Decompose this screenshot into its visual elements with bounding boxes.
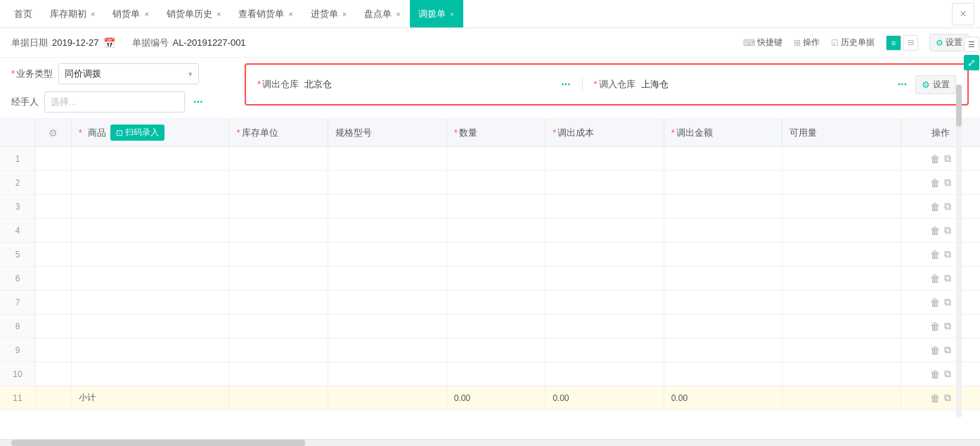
row-spec-cell[interactable] (328, 243, 447, 267)
row-unit-cell[interactable] (229, 171, 328, 195)
tab-sales-history[interactable]: 销货单历史 × (158, 0, 230, 27)
biz-type-dropdown[interactable]: 同价调拨 ▾ (58, 63, 199, 84)
tab-home[interactable]: 首页 (6, 0, 41, 27)
row-cost-cell[interactable] (546, 147, 664, 171)
row-product-cell[interactable] (71, 219, 229, 243)
row-cost-cell[interactable] (546, 314, 664, 338)
row-delete-icon[interactable]: 🗑 (930, 177, 940, 189)
row-copy-icon[interactable]: ⧉ (944, 296, 951, 308)
row-delete-icon[interactable]: 🗑 (930, 249, 940, 260)
tab-sales-order[interactable]: 销货单 × (104, 0, 157, 27)
row-unit-cell[interactable] (229, 147, 328, 171)
row-delete-icon[interactable]: 🗑 (930, 369, 940, 380)
row-cost-cell[interactable] (546, 362, 664, 386)
tab-inventory-count[interactable]: 盘点单 × (356, 0, 409, 27)
row-qty-cell[interactable] (446, 171, 546, 195)
row-amount-cell[interactable] (664, 147, 782, 171)
row-amount-cell[interactable] (664, 314, 782, 338)
row-copy-icon[interactable]: ⧉ (944, 177, 951, 189)
row-spec-cell[interactable] (328, 338, 447, 362)
row-unit-cell[interactable] (229, 267, 328, 291)
row-spec-cell[interactable] (328, 171, 447, 195)
row-amount-cell[interactable] (664, 219, 782, 243)
row-copy-icon[interactable]: ⧉ (944, 272, 951, 284)
row-copy-icon[interactable]: ⧉ (944, 344, 951, 356)
row-unit-cell[interactable] (229, 291, 328, 314)
row-spec-cell[interactable] (328, 195, 447, 219)
row-amount-cell[interactable] (664, 338, 782, 362)
calendar-icon[interactable]: 📅 (103, 37, 115, 49)
row-product-cell[interactable] (71, 195, 229, 219)
subtotal-copy-icon[interactable]: ⧉ (944, 392, 951, 404)
row-cost-cell[interactable] (546, 291, 664, 314)
row-unit-cell[interactable] (229, 243, 328, 267)
row-amount-cell[interactable] (664, 195, 782, 219)
vertical-scrollbar[interactable] (956, 84, 962, 418)
bottom-scrollbar[interactable] (0, 439, 980, 446)
row-product-cell[interactable] (71, 147, 229, 171)
handler-ellipsis-icon[interactable]: ··· (193, 96, 202, 108)
row-delete-icon[interactable]: 🗑 (930, 297, 940, 308)
transfer-in-ellipsis-icon[interactable]: ··· (898, 78, 907, 91)
tab-close-inventory-count[interactable]: × (396, 10, 400, 18)
row-product-cell[interactable] (71, 267, 229, 291)
row-unit-cell[interactable] (229, 362, 328, 386)
row-amount-cell[interactable] (664, 362, 782, 386)
th-gear[interactable]: ⚙ (36, 119, 72, 147)
scan-button[interactable]: ⊡ 扫码录入 (110, 125, 165, 141)
operate-button[interactable]: ⊞ 操作 (794, 37, 820, 49)
row-amount-cell[interactable] (664, 291, 782, 314)
handler-select[interactable]: 选择... (44, 91, 185, 113)
row-delete-icon[interactable]: 🗑 (930, 345, 940, 356)
row-product-cell[interactable] (71, 314, 229, 338)
row-delete-icon[interactable]: 🗑 (930, 273, 940, 284)
row-unit-cell[interactable] (229, 195, 328, 219)
row-unit-cell[interactable] (229, 219, 328, 243)
row-cost-cell[interactable] (546, 195, 664, 219)
row-spec-cell[interactable] (328, 314, 447, 338)
row-copy-icon[interactable]: ⧉ (944, 224, 951, 236)
row-spec-cell[interactable] (328, 362, 447, 386)
row-qty-cell[interactable] (446, 219, 546, 243)
row-spec-cell[interactable] (328, 267, 447, 291)
row-qty-cell[interactable] (446, 147, 546, 171)
tab-inventory-init[interactable]: 库存期初 × (41, 0, 104, 27)
row-unit-cell[interactable] (229, 338, 328, 362)
tab-close-sales-order[interactable]: × (144, 10, 148, 18)
row-product-cell[interactable] (71, 291, 229, 314)
row-copy-icon[interactable]: ⧉ (944, 153, 951, 165)
row-qty-cell[interactable] (446, 314, 546, 338)
window-close-button[interactable]: × (952, 3, 974, 25)
row-cost-cell[interactable] (546, 171, 664, 195)
row-cost-cell[interactable] (546, 219, 664, 243)
history-button[interactable]: ☑ 历史单据 (831, 37, 875, 49)
row-delete-icon[interactable]: 🗑 (930, 225, 940, 236)
row-spec-cell[interactable] (328, 147, 447, 171)
row-product-cell[interactable] (71, 243, 229, 267)
row-spec-cell[interactable] (328, 219, 447, 243)
view-toggle-grid[interactable]: ⊟ (903, 35, 918, 51)
row-qty-cell[interactable] (446, 195, 546, 219)
column-settings-icon[interactable]: ⚙ (49, 127, 58, 139)
tab-transfer[interactable]: 调拨单 × (410, 0, 463, 27)
row-spec-cell[interactable] (328, 291, 447, 314)
transfer-out-ellipsis-icon[interactable]: ··· (561, 78, 570, 91)
row-amount-cell[interactable] (664, 243, 782, 267)
sidebar-list-button[interactable]: ☰ (964, 37, 979, 52)
row-qty-cell[interactable] (446, 291, 546, 314)
row-qty-cell[interactable] (446, 267, 546, 291)
row-cost-cell[interactable] (546, 243, 664, 267)
row-cost-cell[interactable] (546, 338, 664, 362)
row-amount-cell[interactable] (664, 171, 782, 195)
row-copy-icon[interactable]: ⧉ (944, 368, 951, 380)
row-qty-cell[interactable] (446, 243, 546, 267)
row-product-cell[interactable] (71, 362, 229, 386)
tab-purchase-order[interactable]: 进货单 × (302, 0, 356, 27)
view-toggle-list[interactable]: ≡ (886, 35, 901, 51)
row-product-cell[interactable] (71, 338, 229, 362)
row-delete-icon[interactable]: 🗑 (930, 321, 940, 332)
row-copy-icon[interactable]: ⧉ (944, 200, 951, 212)
transfer-settings-button[interactable]: ⚙ 设置 (915, 75, 956, 94)
row-product-cell[interactable] (71, 171, 229, 195)
tab-close-transfer[interactable]: × (450, 10, 454, 18)
